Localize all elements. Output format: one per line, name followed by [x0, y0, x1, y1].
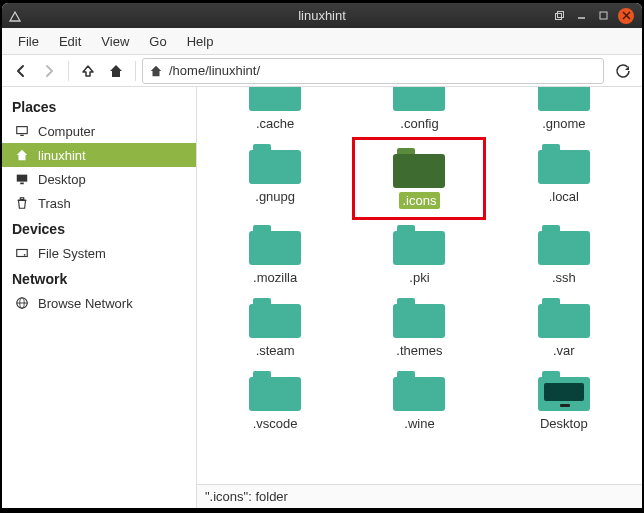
sidebar-item-label: Desktop: [38, 172, 86, 187]
folder-item[interactable]: .var: [504, 298, 624, 359]
file-manager-window: linuxhint File Edit View Go Help: [2, 3, 642, 508]
folder-label: .var: [549, 342, 579, 359]
statusbar: ".icons": folder: [197, 484, 642, 508]
maximize-button[interactable]: [596, 9, 610, 23]
disk-icon: [14, 245, 30, 261]
folder-item[interactable]: .vscode: [215, 371, 335, 432]
sidebar-item-computer[interactable]: Computer: [2, 119, 196, 143]
folder-label: .gnupg: [251, 188, 299, 205]
folder-icon: [393, 225, 445, 265]
location-path: /home/linuxhint/: [169, 63, 260, 78]
folder-item[interactable]: .ssh: [504, 225, 624, 286]
folder-icon: [249, 87, 301, 111]
folder-item[interactable]: .local: [504, 144, 624, 213]
menu-file[interactable]: File: [8, 30, 49, 53]
sidebar-item-label: File System: [38, 246, 106, 261]
svg-rect-6: [17, 127, 28, 134]
folder-label: .vscode: [249, 415, 302, 432]
sidebar-item-linuxhint[interactable]: linuxhint: [2, 143, 196, 167]
sidebar-item-desktop[interactable]: Desktop: [2, 167, 196, 191]
folder-label: .config: [396, 115, 442, 132]
minimize-button[interactable]: [574, 9, 588, 23]
sidebar-item-label: Browse Network: [38, 296, 133, 311]
app-icon: [8, 9, 22, 23]
body: Places ComputerlinuxhintDesktopTrash Dev…: [2, 87, 642, 508]
menu-edit[interactable]: Edit: [49, 30, 91, 53]
folder-item[interactable]: .themes: [359, 298, 479, 359]
folder-label: .cache: [252, 115, 298, 132]
folder-icon: [538, 144, 590, 184]
svg-rect-12: [17, 250, 28, 257]
folder-icon: [393, 298, 445, 338]
refresh-button[interactable]: [610, 58, 636, 84]
svg-rect-3: [600, 12, 607, 19]
icon-view[interactable]: .cache.config.gnome.gnupg.icons.local.mo…: [197, 87, 642, 484]
window-controls: [552, 8, 634, 24]
menubar: File Edit View Go Help: [2, 28, 642, 55]
status-text: ".icons": folder: [205, 489, 288, 504]
folder-icon: [393, 148, 445, 188]
folder-item[interactable]: .gnome: [504, 87, 624, 132]
menu-view[interactable]: View: [91, 30, 139, 53]
folder-item[interactable]: .cache: [215, 87, 335, 132]
folder-label: .wine: [400, 415, 438, 432]
globe-icon: [14, 295, 30, 311]
monitor-icon: [14, 123, 30, 139]
svg-point-13: [24, 254, 26, 256]
folder-item[interactable]: .wine: [359, 371, 479, 432]
folder-icon: [538, 371, 590, 411]
folder-icon: [249, 144, 301, 184]
folder-label: .mozilla: [249, 269, 301, 286]
svg-rect-1: [557, 12, 563, 18]
home-icon: [149, 64, 163, 78]
toolbar: /home/linuxhint/: [2, 55, 642, 87]
folder-item[interactable]: .mozilla: [215, 225, 335, 286]
home-icon: [14, 147, 30, 163]
folder-icon: [393, 87, 445, 111]
svg-rect-8: [17, 175, 28, 182]
toolbar-separator: [68, 61, 69, 81]
sidebar-header-places: Places: [2, 93, 196, 119]
folder-item[interactable]: Desktop: [504, 371, 624, 432]
folder-icon: [538, 87, 590, 111]
folder-item[interactable]: .gnupg: [215, 144, 335, 213]
folder-icon: [249, 225, 301, 265]
location-bar[interactable]: /home/linuxhint/: [142, 58, 604, 84]
toolbar-separator: [135, 61, 136, 81]
folder-label: .themes: [392, 342, 446, 359]
folder-item[interactable]: .steam: [215, 298, 335, 359]
forward-button[interactable]: [36, 58, 62, 84]
svg-rect-0: [555, 14, 561, 20]
close-button[interactable]: [618, 8, 634, 24]
folder-label: .icons: [399, 192, 441, 209]
folder-icon: [249, 298, 301, 338]
home-button[interactable]: [103, 58, 129, 84]
menu-help[interactable]: Help: [177, 30, 224, 53]
up-button[interactable]: [75, 58, 101, 84]
content: .cache.config.gnome.gnupg.icons.local.mo…: [197, 87, 642, 508]
sidebar: Places ComputerlinuxhintDesktopTrash Dev…: [2, 87, 197, 508]
titlebar[interactable]: linuxhint: [2, 3, 642, 28]
sidebar-header-network: Network: [2, 265, 196, 291]
folder-icon: [249, 371, 301, 411]
menu-go[interactable]: Go: [139, 30, 176, 53]
folder-label: .pki: [405, 269, 433, 286]
sidebar-header-devices: Devices: [2, 215, 196, 241]
restore-button[interactable]: [552, 9, 566, 23]
sidebar-item-label: Computer: [38, 124, 95, 139]
folder-item[interactable]: .icons: [359, 144, 479, 213]
sidebar-item-label: Trash: [38, 196, 71, 211]
folder-item[interactable]: .pki: [359, 225, 479, 286]
sidebar-item-file-system[interactable]: File System: [2, 241, 196, 265]
desktop-icon: [14, 171, 30, 187]
folder-label: .local: [545, 188, 583, 205]
back-button[interactable]: [8, 58, 34, 84]
folder-label: .gnome: [538, 115, 589, 132]
folder-icon: [538, 225, 590, 265]
sidebar-item-browse-network[interactable]: Browse Network: [2, 291, 196, 315]
sidebar-item-trash[interactable]: Trash: [2, 191, 196, 215]
folder-item[interactable]: .config: [359, 87, 479, 132]
folder-label: .steam: [252, 342, 299, 359]
folder-icon: [393, 371, 445, 411]
folder-label: .ssh: [548, 269, 580, 286]
